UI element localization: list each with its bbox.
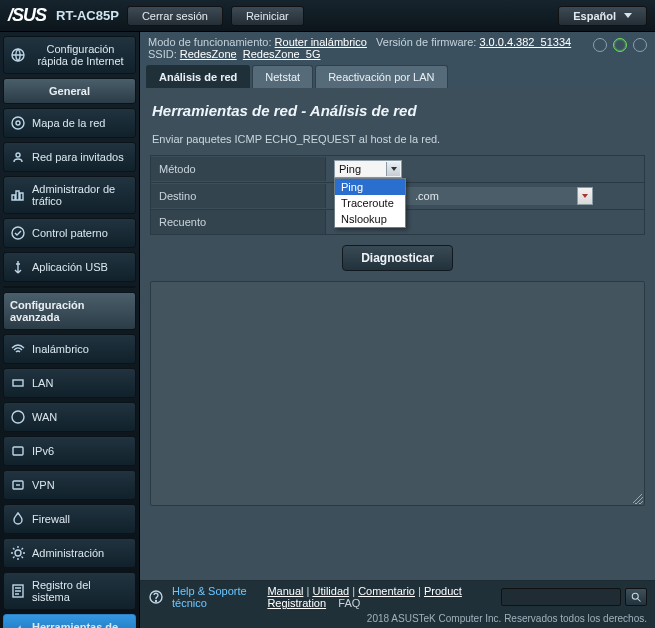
svg-line-14 xyxy=(638,599,641,602)
sidebar-item-label: Control paterno xyxy=(32,227,108,239)
ssid-24-link[interactable]: RedesZone xyxy=(180,48,237,60)
content: Modo de funcionamiento: Router inalámbri… xyxy=(140,32,655,628)
sidebar-item-wan[interactable]: WAN xyxy=(3,402,136,432)
sidebar-item-label: Aplicación USB xyxy=(32,261,108,273)
sidebar-item-label: LAN xyxy=(32,377,53,389)
sidebar-item-guest-network[interactable]: Red para invitados xyxy=(3,142,136,172)
traffic-icon xyxy=(10,187,26,203)
fw-value-link[interactable]: 3.0.0.4.382_51334 xyxy=(479,36,571,48)
sidebar-item-usb-app[interactable]: Aplicación USB xyxy=(3,252,136,282)
svg-point-13 xyxy=(632,593,638,599)
svg-point-9 xyxy=(15,550,21,556)
sidebar-item-label: IPv6 xyxy=(32,445,54,457)
sidebar-item-label: Red para invitados xyxy=(32,151,124,163)
sidebar-item-vpn[interactable]: VPN xyxy=(3,470,136,500)
language-label: Español xyxy=(573,10,616,22)
sidebar-item-lan[interactable]: LAN xyxy=(3,368,136,398)
footer-link-feedback[interactable]: Comentario xyxy=(358,585,415,597)
logout-button[interactable]: Cerrar sesión xyxy=(127,6,223,26)
footer-links: Manual | Utilidad | Comentario | Product… xyxy=(267,585,493,609)
destination-dropdown-button[interactable] xyxy=(577,187,593,205)
sidebar-item-wireless[interactable]: Inalámbrico xyxy=(3,334,136,364)
sidebar-item-firewall[interactable]: Firewall xyxy=(3,504,136,534)
svg-rect-7 xyxy=(13,447,23,455)
diagnose-button[interactable]: Diagnosticar xyxy=(342,245,453,271)
globe-icon xyxy=(10,47,26,63)
svg-point-4 xyxy=(12,227,24,239)
sidebar-item-label: VPN xyxy=(32,479,55,491)
svg-point-12 xyxy=(156,601,157,602)
footer-faq[interactable]: FAQ xyxy=(338,597,360,609)
panel-title: Herramientas de red - Análisis de red xyxy=(150,98,645,129)
sidebar-item-label: Herramientas de red xyxy=(32,621,129,628)
form: Método Ping Ping Traceroute Nslookup xyxy=(150,155,645,235)
footer-link-manual[interactable]: Manual xyxy=(267,585,303,597)
brand-logo: /SUS xyxy=(8,5,56,26)
sidebar-item-label: Registro del sistema xyxy=(32,579,129,603)
usb-icon xyxy=(10,259,26,275)
method-option-nslookup[interactable]: Nslookup xyxy=(335,211,405,227)
tab-wake-on-lan[interactable]: Reactivación por LAN xyxy=(315,65,447,88)
language-selector[interactable]: Español xyxy=(558,6,647,26)
method-option-traceroute[interactable]: Traceroute xyxy=(335,195,405,211)
mode-value-link[interactable]: Router inalámbrico xyxy=(275,36,367,48)
sidebar-item-quick-setup[interactable]: Configuración rápida de Internet xyxy=(3,36,136,74)
svg-point-6 xyxy=(12,411,24,423)
sidebar-item-system-log[interactable]: Registro del sistema xyxy=(3,572,136,610)
sidebar-header-advanced: Configuración avanzada xyxy=(3,292,136,330)
admin-icon xyxy=(10,545,26,561)
parental-icon xyxy=(10,225,26,241)
label-count: Recuento xyxy=(151,210,326,234)
sidebar-item-label: WAN xyxy=(32,411,57,423)
sidebar-item-ipv6[interactable]: IPv6 xyxy=(3,436,136,466)
svg-point-3 xyxy=(16,153,20,157)
firewall-icon xyxy=(10,511,26,527)
method-value: Ping xyxy=(339,163,361,175)
svg-rect-5 xyxy=(13,380,23,386)
sidebar-item-parental-control[interactable]: Control paterno xyxy=(3,218,136,248)
sidebar-item-administration[interactable]: Administración xyxy=(3,538,136,568)
tab-network-analysis[interactable]: Análisis de red xyxy=(146,65,250,88)
sidebar-item-network-map[interactable]: Mapa de la red xyxy=(3,108,136,138)
sidebar-item-label: Configuración rápida de Internet xyxy=(32,43,129,67)
sidebar-item-label: Administración xyxy=(32,547,104,559)
sidebar-item-label: Firewall xyxy=(32,513,70,525)
method-option-ping[interactable]: Ping xyxy=(335,179,405,195)
search-input[interactable] xyxy=(501,588,621,606)
info-bar: Modo de funcionamiento: Router inalámbri… xyxy=(140,32,655,62)
vpn-icon xyxy=(10,477,26,493)
resize-grip-icon[interactable] xyxy=(633,494,643,504)
fw-label: Versión de firmware: xyxy=(376,36,476,48)
label-destination: Destino xyxy=(151,184,326,208)
sidebar-divider xyxy=(3,286,136,288)
panel: Herramientas de red - Análisis de red En… xyxy=(140,88,655,580)
sidebar-item-label: Inalámbrico xyxy=(32,343,89,355)
model-label: RT-AC85P xyxy=(56,8,119,23)
help-label[interactable]: Help & Soporte técnico xyxy=(172,585,259,609)
sidebar-header-general: General xyxy=(3,78,136,104)
destination-input-visible-text: .com xyxy=(415,190,439,202)
help-icon xyxy=(148,589,164,605)
mode-label: Modo de funcionamiento: xyxy=(148,36,272,48)
footer-link-utility[interactable]: Utilidad xyxy=(312,585,349,597)
tab-netstat[interactable]: Netstat xyxy=(252,65,313,88)
status-dot-on xyxy=(613,38,627,52)
sidebar-item-traffic-manager[interactable]: Administrador de tráfico xyxy=(3,176,136,214)
lan-icon xyxy=(10,375,26,391)
svg-point-2 xyxy=(16,121,20,125)
panel-description: Enviar paquetes ICMP ECHO_REQUEST al hos… xyxy=(150,129,645,155)
guest-network-icon xyxy=(10,149,26,165)
reboot-button[interactable]: Reiniciar xyxy=(231,6,304,26)
tabs: Análisis de red Netstat Reactivación por… xyxy=(140,62,655,88)
svg-point-1 xyxy=(12,117,24,129)
search-button[interactable] xyxy=(625,588,647,606)
wan-icon xyxy=(10,409,26,425)
copyright: 2018 ASUSTeK Computer Inc. Reservados to… xyxy=(140,611,655,628)
footer: Help & Soporte técnico Manual | Utilidad… xyxy=(140,580,655,611)
sidebar-item-network-tools[interactable]: Herramientas de red xyxy=(3,614,136,628)
status-dot-off xyxy=(593,38,607,52)
output-textarea[interactable] xyxy=(150,281,645,506)
method-dropdown: Ping Traceroute Nslookup xyxy=(334,178,406,228)
ssid-5-link[interactable]: RedesZone_5G xyxy=(243,48,321,60)
method-select[interactable]: Ping xyxy=(334,160,402,178)
